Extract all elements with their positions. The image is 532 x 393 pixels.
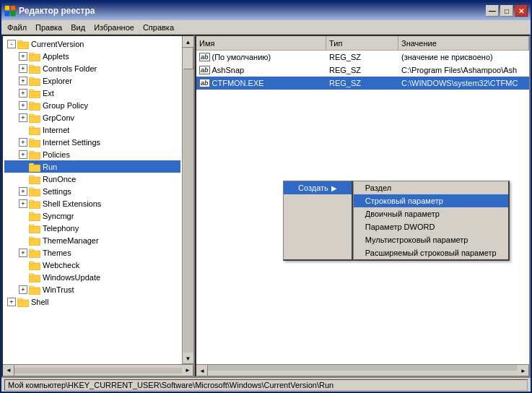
expand-controls[interactable]: + — [19, 64, 27, 73]
submenu-item-dword[interactable]: Параметр DWORD — [354, 220, 508, 233]
tree-item-controls[interactable]: + Controls Folder — [4, 62, 180, 74]
menu-favorites[interactable]: Избранное — [90, 22, 139, 33]
expand-grouppolicy[interactable]: + — [19, 101, 27, 110]
submenu-label-dword: Параметр DWORD — [365, 223, 435, 231]
tree-item-currentversion[interactable]: - CurrentVersion — [4, 38, 180, 50]
tree-label-thememanager: ThemeManager — [43, 236, 99, 245]
svg-rect-35 — [29, 225, 34, 227]
ctx-item-create[interactable]: Создать ▶ — [284, 181, 352, 194]
maximize-button[interactable]: □ — [500, 5, 513, 17]
expand-wintrust[interactable]: + — [19, 285, 27, 294]
tree-item-shell[interactable]: + Shell — [4, 295, 180, 308]
submenu-item-string[interactable]: Строковый параметр — [354, 194, 508, 207]
table-row[interactable]: ab CTFMON.EXE REG_SZ C:\WINDOWS\system32… — [196, 77, 529, 90]
context-submenu[interactable]: Раздел Строковый параметр Двоичный парам… — [353, 181, 510, 261]
svg-rect-38 — [29, 251, 40, 258]
context-menu[interactable]: Создать ▶ — [283, 181, 353, 261]
tree-item-applets[interactable]: + Applets — [4, 50, 180, 62]
tree-item-grpconv[interactable]: + GrpConv — [4, 111, 180, 124]
vscroll-down-btn[interactable]: ▼ — [183, 353, 194, 364]
tree-scroll-area[interactable]: - CurrentVersion + Applet — [3, 36, 182, 364]
registry-tree[interactable]: - CurrentVersion + Applet — [1, 35, 195, 377]
tree-hscrollbar[interactable]: ◄ ► — [3, 364, 193, 376]
expand-applets[interactable]: + — [19, 52, 27, 61]
submenu-item-razdel[interactable]: Раздел — [354, 181, 508, 194]
right-hscroll-right[interactable]: ► — [518, 365, 529, 376]
folder-syncmgr-icon — [29, 211, 40, 221]
expand-internetsettings[interactable]: + — [19, 138, 27, 147]
hscroll-left-btn[interactable]: ◄ — [3, 365, 14, 376]
tree-item-internet[interactable]: Internet — [4, 124, 180, 136]
col-header-type[interactable]: Тип — [326, 36, 398, 50]
minimize-button[interactable]: — — [486, 5, 499, 17]
tree-item-run[interactable]: Run — [4, 160, 180, 173]
menu-edit[interactable]: Правка — [31, 22, 66, 33]
expand-themes[interactable]: + — [19, 249, 27, 257]
tree-item-explorer[interactable]: + Explorer — [4, 74, 180, 87]
folder-windowsupdate-icon — [29, 272, 40, 282]
expand-shell[interactable]: + — [7, 298, 16, 306]
tree-item-windowsupdate[interactable]: WindowsUpdate — [4, 271, 180, 283]
expand-currentversion[interactable]: - — [7, 40, 16, 48]
table-row[interactable]: ab AshSnap REG_SZ C:\Program Files\Asham… — [196, 64, 529, 77]
svg-rect-21 — [29, 139, 34, 141]
col-header-value[interactable]: Значение — [398, 36, 529, 50]
tree-vscrollbar[interactable]: ▲ ▼ — [182, 36, 193, 364]
tree-label-webcheck: Webcheck — [43, 261, 79, 269]
svg-rect-15 — [29, 102, 34, 104]
tree-label-shell: Shell — [31, 298, 48, 306]
svg-rect-6 — [29, 54, 40, 61]
expand-ext[interactable]: + — [19, 89, 27, 98]
svg-rect-41 — [29, 262, 34, 264]
submenu-label-string: Строковый параметр — [365, 196, 443, 205]
expand-grpconv[interactable]: + — [19, 113, 27, 122]
col-header-name[interactable]: Имя — [196, 36, 326, 50]
submenu-item-binary[interactable]: Двоичный параметр — [354, 207, 508, 220]
tree-label-wintrust: WinTrust — [43, 285, 74, 294]
right-hscrollbar[interactable]: ◄ ► — [196, 364, 529, 376]
menu-view[interactable]: Вид — [66, 22, 90, 33]
right-hscroll-left[interactable]: ◄ — [196, 365, 208, 376]
folder-webcheck-icon — [29, 260, 40, 270]
tree-item-wintrust[interactable]: + WinTrust — [4, 283, 180, 295]
cell-name-text-2: CTFMON.EXE — [212, 79, 264, 87]
expand-policies[interactable]: + — [19, 150, 27, 159]
tree-item-themes[interactable]: + Themes — [4, 246, 180, 259]
folder-thememanager-icon — [29, 236, 40, 246]
folder-ext-icon — [29, 88, 40, 98]
tree-item-syncmgr[interactable]: Syncmgr — [4, 210, 180, 222]
svg-rect-25 — [29, 163, 34, 165]
tree-label-currentversion: CurrentVersion — [31, 40, 84, 48]
close-button[interactable]: ✕ — [515, 5, 528, 17]
menu-help[interactable]: Справка — [139, 22, 178, 33]
tree-item-shellextensions[interactable]: + Shell Extensions — [4, 197, 180, 210]
tree-label-controls: Controls Folder — [43, 64, 97, 73]
submenu-item-expandstring[interactable]: Расширяемый строковый параметр — [354, 246, 508, 259]
tree-item-internetsettings[interactable]: + Internet Settings — [4, 136, 180, 148]
vscroll-thumb[interactable] — [183, 48, 193, 69]
table-row[interactable]: ab (По умолчанию) REG_SZ (значение не пр… — [196, 51, 529, 64]
expand-explorer[interactable]: + — [19, 77, 27, 85]
tree-item-ext[interactable]: + Ext — [4, 87, 180, 99]
vscroll-up-btn[interactable]: ▲ — [183, 36, 194, 48]
submenu-label-binary: Двоичный параметр — [365, 210, 440, 218]
main-content: - CurrentVersion + Applet — [1, 35, 531, 377]
tree-item-runonce[interactable]: RunOnce — [4, 173, 180, 185]
right-hscroll-track[interactable] — [208, 365, 518, 371]
hscroll-right-btn[interactable]: ► — [182, 365, 193, 376]
svg-rect-31 — [29, 200, 34, 202]
tree-item-settings[interactable]: + Settings — [4, 185, 180, 197]
tree-item-thememanager[interactable]: ThemeManager — [4, 234, 180, 246]
expand-shellextensions[interactable]: + — [19, 199, 27, 208]
tree-item-grouppolicy[interactable]: + Group Policy — [4, 99, 180, 111]
svg-rect-47 — [17, 298, 22, 301]
submenu-item-multistring[interactable]: Мультистроковый параметр — [354, 233, 508, 246]
expand-settings[interactable]: + — [19, 187, 27, 196]
tree-item-telephony[interactable]: Telephony — [4, 222, 180, 234]
tree-item-policies[interactable]: + Policies — [4, 148, 180, 160]
hscroll-track[interactable] — [14, 368, 182, 373]
vscroll-track[interactable] — [183, 48, 193, 353]
svg-rect-18 — [29, 128, 40, 135]
menu-file[interactable]: Файл — [3, 22, 31, 33]
tree-item-webcheck[interactable]: Webcheck — [4, 259, 180, 271]
